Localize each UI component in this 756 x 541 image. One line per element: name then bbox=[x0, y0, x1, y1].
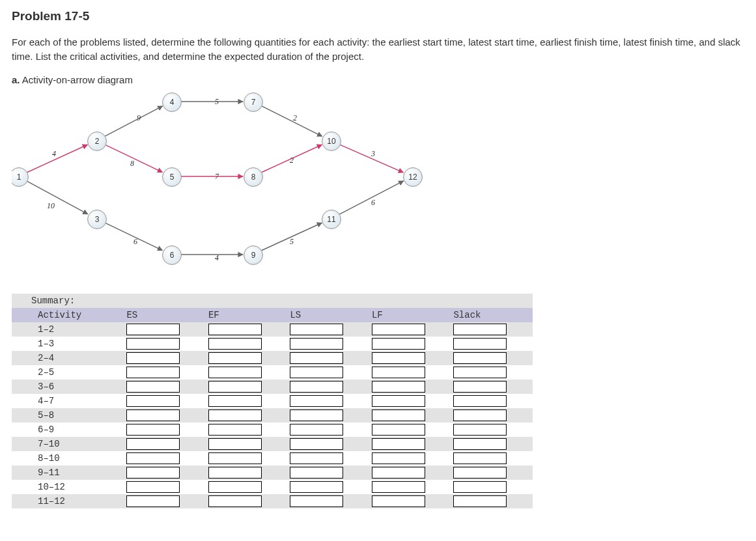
ls-input[interactable] bbox=[290, 381, 343, 393]
node-2: 2 bbox=[87, 132, 107, 151]
ef-input[interactable] bbox=[208, 352, 262, 364]
node-4: 4 bbox=[162, 92, 182, 112]
activity-label: 4–7 bbox=[12, 394, 124, 408]
edge-label-5-8: 7 bbox=[215, 171, 219, 181]
table-row: 2–5 bbox=[12, 365, 533, 380]
activity-label: 11–12 bbox=[12, 494, 124, 508]
ls-input[interactable] bbox=[290, 352, 343, 364]
ls-input[interactable] bbox=[290, 495, 343, 507]
slack-input[interactable] bbox=[453, 324, 507, 335]
lf-input[interactable] bbox=[372, 409, 425, 421]
node-1: 1 bbox=[12, 167, 29, 187]
ef-input[interactable] bbox=[208, 452, 262, 464]
part-a-prefix: a. bbox=[12, 74, 20, 85]
ls-input[interactable] bbox=[290, 367, 343, 378]
table-row: 6–9 bbox=[12, 423, 533, 437]
ef-input[interactable] bbox=[208, 467, 262, 479]
edge-7-10 bbox=[261, 105, 322, 136]
slack-input[interactable] bbox=[453, 338, 507, 350]
edge-label-6-9: 4 bbox=[215, 253, 219, 262]
ef-input[interactable] bbox=[208, 424, 262, 436]
diagram-edges-svg bbox=[12, 92, 441, 274]
lf-input[interactable] bbox=[372, 438, 425, 450]
ef-input[interactable] bbox=[208, 409, 262, 421]
es-input[interactable] bbox=[126, 324, 180, 335]
slack-input[interactable] bbox=[453, 481, 507, 493]
lf-input[interactable] bbox=[372, 367, 425, 378]
edge-label-7-10: 2 bbox=[293, 113, 297, 122]
ef-input[interactable] bbox=[208, 481, 262, 493]
aoa-diagram: 12345678910111241098657422536 bbox=[12, 92, 441, 274]
es-input[interactable] bbox=[126, 452, 180, 464]
slack-input[interactable] bbox=[453, 395, 507, 407]
summary-title-cell: Summary: bbox=[12, 294, 533, 308]
activity-label: 2–4 bbox=[12, 351, 124, 365]
ef-input[interactable] bbox=[208, 381, 262, 393]
node-5: 5 bbox=[162, 167, 182, 187]
ef-input[interactable] bbox=[208, 338, 262, 350]
es-input[interactable] bbox=[126, 467, 180, 479]
es-input[interactable] bbox=[126, 424, 180, 436]
es-input[interactable] bbox=[126, 381, 180, 393]
ls-input[interactable] bbox=[290, 481, 343, 493]
es-input[interactable] bbox=[126, 367, 180, 378]
summary-header-row: Activity ES EF LS LF Slack bbox=[12, 308, 533, 322]
col-ef: EF bbox=[206, 308, 288, 322]
lf-input[interactable] bbox=[372, 395, 425, 407]
col-es: ES bbox=[124, 308, 206, 322]
ls-input[interactable] bbox=[290, 324, 343, 335]
activity-label: 9–11 bbox=[12, 465, 124, 480]
lf-input[interactable] bbox=[372, 424, 425, 436]
es-input[interactable] bbox=[126, 409, 180, 421]
ef-input[interactable] bbox=[208, 438, 262, 450]
part-a-heading: a. Activity-on-arrow diagram bbox=[12, 74, 744, 85]
slack-input[interactable] bbox=[453, 409, 507, 421]
table-row: 2–4 bbox=[12, 351, 533, 365]
es-input[interactable] bbox=[126, 338, 180, 350]
lf-input[interactable] bbox=[372, 352, 425, 364]
lf-input[interactable] bbox=[372, 324, 425, 335]
ef-input[interactable] bbox=[208, 367, 262, 378]
activity-label: 3–6 bbox=[12, 380, 124, 394]
edge-2-4 bbox=[105, 105, 162, 135]
activity-label: 8–10 bbox=[12, 451, 124, 465]
slack-input[interactable] bbox=[453, 352, 507, 364]
ls-input[interactable] bbox=[290, 467, 343, 479]
es-input[interactable] bbox=[126, 495, 180, 507]
lf-input[interactable] bbox=[372, 381, 425, 393]
slack-input[interactable] bbox=[453, 452, 507, 464]
ls-input[interactable] bbox=[290, 395, 343, 407]
lf-input[interactable] bbox=[372, 452, 425, 464]
lf-input[interactable] bbox=[372, 495, 425, 507]
ef-input[interactable] bbox=[208, 495, 262, 507]
node-11: 11 bbox=[322, 210, 341, 229]
edge-label-2-4: 9 bbox=[137, 113, 141, 122]
ef-input[interactable] bbox=[208, 395, 262, 407]
ls-input[interactable] bbox=[290, 452, 343, 464]
slack-input[interactable] bbox=[453, 381, 507, 393]
node-9: 9 bbox=[244, 245, 263, 265]
table-row: 5–8 bbox=[12, 408, 533, 423]
ls-input[interactable] bbox=[290, 424, 343, 436]
slack-input[interactable] bbox=[453, 438, 507, 450]
lf-input[interactable] bbox=[372, 338, 425, 350]
slack-input[interactable] bbox=[453, 367, 507, 378]
activity-label: 5–8 bbox=[12, 408, 124, 423]
lf-input[interactable] bbox=[372, 481, 425, 493]
ls-input[interactable] bbox=[290, 338, 343, 350]
edge-label-10-12: 3 bbox=[371, 148, 375, 158]
es-input[interactable] bbox=[126, 352, 180, 364]
slack-input[interactable] bbox=[453, 424, 507, 436]
es-input[interactable] bbox=[126, 481, 180, 493]
ef-input[interactable] bbox=[208, 324, 262, 335]
es-input[interactable] bbox=[126, 438, 180, 450]
ls-input[interactable] bbox=[290, 409, 343, 421]
lf-input[interactable] bbox=[372, 467, 425, 479]
es-input[interactable] bbox=[126, 395, 180, 407]
slack-input[interactable] bbox=[453, 467, 507, 479]
activity-label: 6–9 bbox=[12, 423, 124, 437]
edge-label-2-5: 8 bbox=[130, 158, 134, 168]
slack-input[interactable] bbox=[453, 495, 507, 507]
ls-input[interactable] bbox=[290, 438, 343, 450]
table-row: 1–3 bbox=[12, 337, 533, 351]
